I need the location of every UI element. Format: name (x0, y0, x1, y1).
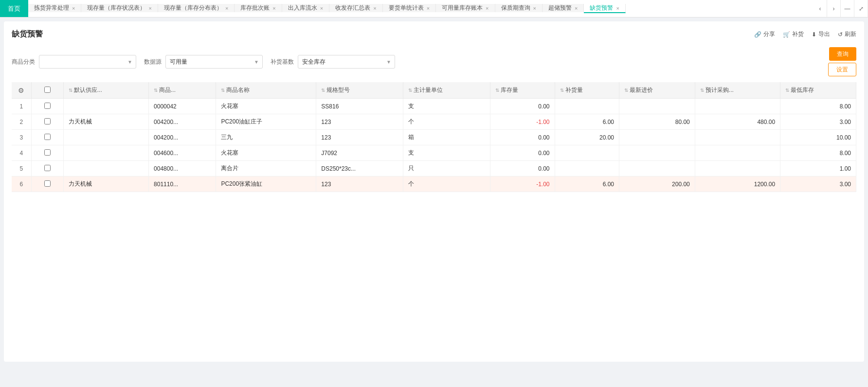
tab-close-expiry[interactable]: × (533, 5, 536, 11)
tab-close-order-stat[interactable]: × (427, 5, 430, 11)
th-product_code[interactable]: ⇅商品... (149, 82, 216, 99)
cell-product-name: PC200油缸庄子 (216, 114, 316, 130)
sort-icon-stock: ⇅ (495, 88, 499, 93)
cell-min-stock: 3.00 (780, 114, 856, 130)
cell-latest-price: 80.00 (619, 114, 695, 130)
category-select[interactable] (39, 55, 136, 69)
tab-next-btn[interactable]: › (827, 0, 841, 17)
cell-min-stock: 1.00 (780, 161, 856, 176)
select-all-checkbox[interactable] (44, 87, 51, 93)
cell-supplier (63, 99, 148, 114)
tab-close-inventory-status[interactable]: × (148, 5, 151, 11)
tab-close-batch[interactable]: × (272, 5, 275, 11)
th-unit[interactable]: ⇅主计量单位 (403, 82, 490, 99)
th-spec[interactable]: ⇅规格型号 (316, 82, 403, 99)
tab-inventory-dist[interactable]: 现存量（库存分布表）× (158, 4, 235, 12)
cell-supplier: 力天机械 (63, 114, 148, 130)
cell-unit: 支 (403, 145, 490, 161)
row-checkbox-cell[interactable] (31, 114, 63, 130)
row-checkbox-cell[interactable] (31, 145, 63, 161)
cell-est-purchase (695, 99, 780, 114)
tab-close-shortage[interactable]: × (616, 5, 619, 11)
tab-close-available-ledger[interactable]: × (486, 5, 488, 11)
row-checkbox[interactable] (44, 103, 51, 109)
tab-exception[interactable]: 拣货异常处理× (28, 4, 81, 12)
tab-receipt-summary[interactable]: 收发存汇总表× (329, 4, 382, 12)
tab-inout-flow[interactable]: 出入库流水× (282, 4, 329, 12)
row-checkbox[interactable] (44, 149, 51, 156)
cell-product-code: 0000042 (149, 99, 216, 114)
tab-prev-btn[interactable]: ‹ (814, 0, 827, 17)
query-button[interactable]: 查询 (829, 47, 856, 61)
tab-shortage[interactable]: 缺货预警× (584, 4, 625, 13)
th-latest_price[interactable]: ⇅最新进价 (619, 82, 695, 99)
cell-latest-price (619, 145, 695, 161)
cell-spec: 123 (316, 176, 403, 192)
row-checkbox-cell[interactable] (31, 99, 63, 114)
row-checkbox[interactable] (44, 134, 51, 140)
tab-minimize-btn[interactable]: — (841, 0, 854, 17)
filter-right-actions: 查询 设置 (828, 47, 856, 76)
row-checkbox[interactable] (44, 165, 51, 171)
cell-replenish: 6.00 (555, 176, 619, 192)
filter-area: 商品分类 数据源 可用量 库存量 补货基数 安全库存 (12, 47, 856, 76)
th-stock[interactable]: ⇅库存量 (490, 82, 555, 99)
tab-bar: 首页 拣货异常处理×现存量（库存状况表）×现存量（库存分布表）×库存批次账×出入… (0, 0, 868, 18)
cell-stock: 0.00 (490, 99, 555, 114)
tab-overstock[interactable]: 超储预警× (542, 4, 584, 12)
export-action[interactable]: ⬇ 导出 (812, 30, 830, 38)
cell-min-stock: 3.00 (780, 176, 856, 192)
th-est_purchase[interactable]: ⇅预计采购... (695, 82, 780, 99)
cell-product-name: PC200张紧油缸 (216, 176, 316, 192)
tab-inventory-status[interactable]: 现存量（库存状况表）× (81, 4, 158, 12)
cell-est-purchase: 480.00 (695, 114, 780, 130)
tab-label-exception: 拣货异常处理 (34, 4, 69, 12)
cell-unit: 支 (403, 99, 490, 114)
sort-icon-min_stock: ⇅ (785, 88, 789, 93)
cell-stock: 0.00 (490, 130, 555, 145)
refresh-action[interactable]: ↺ 刷新 (838, 30, 856, 38)
row-gear-cell: 1 (12, 99, 31, 114)
header-actions: 🔗 分享 🛒 补货 ⬇ 导出 ↺ 刷新 (754, 30, 856, 38)
tab-label-receipt-summary: 收发存汇总表 (335, 4, 370, 12)
minimize-icon: — (845, 5, 850, 12)
tab-close-inout-flow[interactable]: × (320, 5, 323, 11)
cell-latest-price (619, 130, 695, 145)
cell-product-code: 004200... (149, 130, 216, 145)
cell-est-purchase (695, 130, 780, 145)
tab-close-overstock[interactable]: × (575, 5, 578, 11)
row-checkbox-cell[interactable] (31, 176, 63, 192)
row-checkbox[interactable] (44, 180, 51, 187)
tab-close-inventory-dist[interactable]: × (225, 5, 228, 11)
tab-available-ledger[interactable]: 可用量库存账本× (436, 4, 495, 12)
replenish-base-select[interactable]: 安全库存 最低库存 (298, 55, 395, 69)
th-default_supplier[interactable]: ⇅默认供应... (63, 82, 148, 99)
export-icon: ⬇ (812, 31, 816, 38)
th-product_name[interactable]: ⇅商品名称 (216, 82, 316, 99)
cell-replenish (555, 99, 619, 114)
tab-expand-btn[interactable]: ⤢ (854, 0, 868, 17)
datasource-select[interactable]: 可用量 库存量 (165, 55, 263, 69)
row-checkbox-cell[interactable] (31, 161, 63, 176)
share-action[interactable]: 🔗 分享 (754, 30, 775, 38)
tab-label-overstock: 超储预警 (548, 4, 572, 12)
tab-expiry[interactable]: 保质期查询× (495, 4, 542, 12)
tab-close-exception[interactable]: × (72, 5, 75, 11)
row-checkbox-cell[interactable] (31, 130, 63, 145)
th-min_stock[interactable]: ⇅最低库存 (780, 82, 856, 99)
tab-home-label: 首页 (8, 4, 20, 13)
gear-settings-icon[interactable]: ⚙ (18, 87, 24, 94)
table-row: 3004200...三九123箱0.0020.0010.00 (12, 130, 856, 145)
tab-batch[interactable]: 库存批次账× (235, 4, 282, 12)
cell-min-stock: 8.00 (780, 145, 856, 161)
replenish-action[interactable]: 🛒 补货 (783, 30, 804, 38)
tab-order-stat[interactable]: 要货单统计表× (383, 4, 436, 12)
tab-close-receipt-summary[interactable]: × (373, 5, 376, 11)
th-replenish[interactable]: ⇅补货量 (555, 82, 619, 99)
settings-button[interactable]: 设置 (828, 63, 856, 76)
cell-supplier: 力天机械 (63, 176, 148, 192)
row-checkbox[interactable] (44, 118, 51, 124)
tab-home[interactable]: 首页 (0, 0, 28, 17)
tab-label-expiry: 保质期查询 (501, 4, 530, 12)
sort-icon-product_code: ⇅ (154, 88, 158, 93)
